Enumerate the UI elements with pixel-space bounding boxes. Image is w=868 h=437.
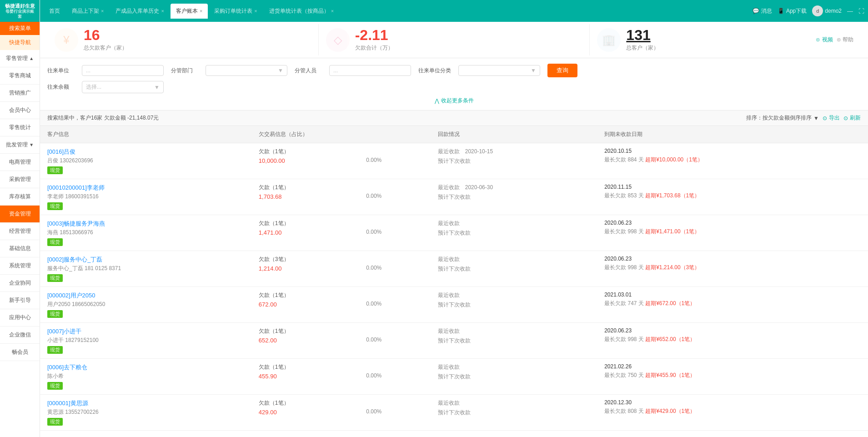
category-select[interactable]: ▼ bbox=[458, 65, 540, 76]
supplier-input[interactable]: ... bbox=[82, 65, 164, 76]
overdue-amount[interactable]: 超期¥1,703.68（1笔） bbox=[645, 192, 700, 199]
sidebar-item-vip-member[interactable]: 畅会员 bbox=[0, 344, 40, 361]
tab-purchase-stat-product[interactable]: 进货单统计表（按商品） × bbox=[264, 4, 339, 19]
export-button[interactable]: ⊙ 导出 bbox=[823, 114, 840, 122]
sort-dropdown[interactable]: 排序：按欠款金额倒序排序 ▼ bbox=[746, 114, 819, 122]
close-icon[interactable]: × bbox=[101, 8, 104, 14]
debt-amount: 1,214.00 bbox=[259, 265, 351, 272]
customer-name-link[interactable]: [000001]黄思源 bbox=[47, 399, 244, 407]
debt-info-cell: 欠款（1笔） 1,471.00 bbox=[251, 215, 359, 251]
sidebar-item-batch-mgmt[interactable]: 批发管理 ▼ bbox=[0, 136, 40, 154]
department-select[interactable]: ▼ bbox=[206, 65, 287, 76]
customer-name-link[interactable]: [0003]畅捷服务尹海燕 bbox=[47, 220, 244, 228]
due-date-cell: 2020.06.23 最长欠款 998 天 超期¥1,471.00（1笔） bbox=[597, 215, 868, 251]
sidebar-item-inventory[interactable]: 库存核算 bbox=[0, 188, 40, 206]
info-card-actions: ⊙ 视频 ⊙ 帮助 bbox=[816, 36, 853, 44]
balance-select[interactable]: 选择... ▼ bbox=[82, 81, 164, 93]
overdue-amount[interactable]: 超期¥1,214.00（3笔） bbox=[645, 264, 700, 271]
overdue-info: 最长欠款 853 天 超期¥1,703.68（1笔） bbox=[604, 192, 861, 200]
customer-info-cell: [0002]服务中心_丁磊 服务中心_丁磊 181 0125 8371 现货 bbox=[40, 251, 251, 287]
last-collection: 最近收款 bbox=[438, 220, 590, 227]
sidebar-item-enterprise-wechat[interactable]: 企业微信 bbox=[0, 326, 40, 344]
refresh-button[interactable]: ⊙ 刷新 bbox=[843, 114, 861, 122]
download-icon: 📱 bbox=[778, 8, 784, 14]
app-logo: 畅捷通好生意 母婴行业演示账套 bbox=[0, 0, 40, 22]
sidebar-item-finance[interactable]: 资金管理 bbox=[0, 206, 40, 223]
building-icon: 🏢 bbox=[597, 28, 621, 52]
tab-purchase-order-stat[interactable]: 采购订单统计表 × bbox=[209, 4, 262, 19]
debt-customers-number: 16 bbox=[84, 28, 127, 42]
overdue-amount[interactable]: 超期¥10,000.00（1笔） bbox=[645, 156, 703, 163]
overdue-amount[interactable]: 超期¥652.00（1笔） bbox=[645, 336, 695, 342]
query-button[interactable]: 查询 bbox=[547, 64, 577, 77]
tab-production-history[interactable]: 产成品入库单历史 × bbox=[110, 4, 169, 19]
customer-tag: 现货 bbox=[47, 310, 63, 318]
overdue-days: 最长欠款 998 天 bbox=[604, 336, 645, 342]
export-icon: ⊙ bbox=[823, 115, 827, 121]
overdue-amount[interactable]: 超期¥455.90（1笔） bbox=[645, 372, 695, 378]
overdue-amount[interactable]: 超期¥429.00（1笔） bbox=[645, 408, 695, 414]
sidebar-quick-nav[interactable]: 快捷导航 bbox=[0, 35, 40, 50]
person-input[interactable]: ... bbox=[329, 65, 411, 76]
customer-name-link[interactable]: [0016]吕俊 bbox=[47, 148, 244, 156]
overdue-days: 最长欠款 884 天 bbox=[604, 156, 645, 163]
debt-customers-label: 总欠款客户（家） bbox=[84, 44, 127, 52]
customer-name-link[interactable]: [0007]小进干 bbox=[47, 327, 244, 336]
tab-customer-account[interactable]: 客户账本 × bbox=[171, 4, 208, 19]
collection-label: 最近收款 bbox=[438, 328, 460, 334]
next-collection-label: 预计下次收款 bbox=[438, 337, 471, 344]
user-button[interactable]: d demo2 bbox=[812, 5, 842, 16]
overdue-amount[interactable]: 超期¥1,471.00（1笔） bbox=[645, 228, 700, 235]
sidebar-item-retail-stats[interactable]: 零售统计 bbox=[0, 119, 40, 136]
user-avatar: d bbox=[812, 5, 823, 16]
debt-count: 欠款（1笔） bbox=[259, 148, 351, 156]
tab-product-shelf[interactable]: 商品上下架 × bbox=[66, 4, 109, 19]
video-button[interactable]: ⊙ 视频 bbox=[816, 36, 833, 44]
overdue-amount[interactable]: 超期¥672.00（1笔） bbox=[645, 300, 695, 306]
collection-label: 最近收款 bbox=[438, 364, 460, 370]
app-download-button[interactable]: 📱 App下载 bbox=[778, 7, 807, 15]
sidebar-item-operations[interactable]: 经营管理 bbox=[0, 223, 40, 240]
customer-tag: 现货 bbox=[47, 418, 63, 426]
col-due-date: 到期未收款日期 bbox=[597, 126, 868, 143]
close-icon[interactable]: × bbox=[161, 8, 164, 14]
sidebar-item-ecommerce[interactable]: 电商管理 bbox=[0, 154, 40, 171]
sidebar-item-purchase-mgmt[interactable]: 采购管理 bbox=[0, 171, 40, 188]
sidebar-item-system-mgmt[interactable]: 系统管理 bbox=[0, 257, 40, 275]
sidebar-item-new-guide[interactable]: 新手引导 bbox=[0, 292, 40, 309]
chevron-down-icon: ▼ bbox=[531, 67, 536, 74]
customer-info-cell: [0007]小进干 小进干 18279152100 现货 bbox=[40, 323, 251, 359]
sidebar-item-retail-mgmt[interactable]: 零售管理 ▲ bbox=[0, 50, 40, 67]
collapse-row[interactable]: ⋀ 收起更多条件 bbox=[47, 97, 861, 105]
customer-name-link[interactable]: [00010200001]李老师 bbox=[47, 184, 244, 192]
debt-info-cell: 欠款（3笔） 1,214.00 bbox=[251, 251, 359, 287]
sidebar-item-app-center[interactable]: 应用中心 bbox=[0, 309, 40, 326]
debt-percent-cell: 0.00% bbox=[359, 251, 431, 287]
sidebar-search[interactable]: 搜索菜单 bbox=[0, 22, 40, 35]
message-button[interactable]: 💬 消息 bbox=[753, 7, 772, 15]
close-icon[interactable]: × bbox=[331, 8, 334, 14]
close-icon[interactable]: × bbox=[254, 8, 257, 14]
customer-info-cell: [0003]畅捷服务尹海燕 海燕 18513066976 现货 bbox=[40, 215, 251, 251]
sidebar-item-basic-info[interactable]: 基础信息 bbox=[0, 240, 40, 257]
help-button[interactable]: ⊙ 帮助 bbox=[837, 36, 853, 44]
debt-percent: 0.00% bbox=[366, 157, 423, 163]
customer-name-link[interactable]: [0002]服务中心_丁磊 bbox=[47, 256, 244, 264]
overdue-info: 最长欠款 998 天 超期¥1,214.00（3笔） bbox=[604, 264, 861, 271]
maximize-icon[interactable]: ⛶ bbox=[858, 8, 864, 15]
customer-name-link[interactable]: [0006]去下粮仓 bbox=[47, 363, 244, 372]
sidebar-item-enterprise-collab[interactable]: 企业协同 bbox=[0, 275, 40, 292]
debt-amount: 672.00 bbox=[259, 301, 351, 308]
sidebar-item-member-center[interactable]: 会员中心 bbox=[0, 102, 40, 119]
due-date: 2020.06.23 bbox=[604, 327, 861, 334]
close-icon[interactable]: × bbox=[200, 8, 202, 14]
sidebar-item-marketing[interactable]: 营销推广 bbox=[0, 85, 40, 102]
debt-percent-cell: 0.00% bbox=[359, 179, 431, 215]
minimize-icon[interactable]: — bbox=[847, 8, 853, 15]
sidebar-item-retail-mall[interactable]: 零售商城 bbox=[0, 67, 40, 85]
tab-home[interactable]: 首页 bbox=[44, 4, 65, 19]
debt-percent-cell: 0.00% bbox=[359, 395, 431, 431]
table-row: [0016]吕俊 吕俊 13026203696 现货 欠款（1笔） 10,000… bbox=[40, 143, 868, 179]
customer-name-link[interactable]: [000002]用户2050 bbox=[47, 291, 244, 300]
customer-tag: 现货 bbox=[47, 382, 63, 390]
